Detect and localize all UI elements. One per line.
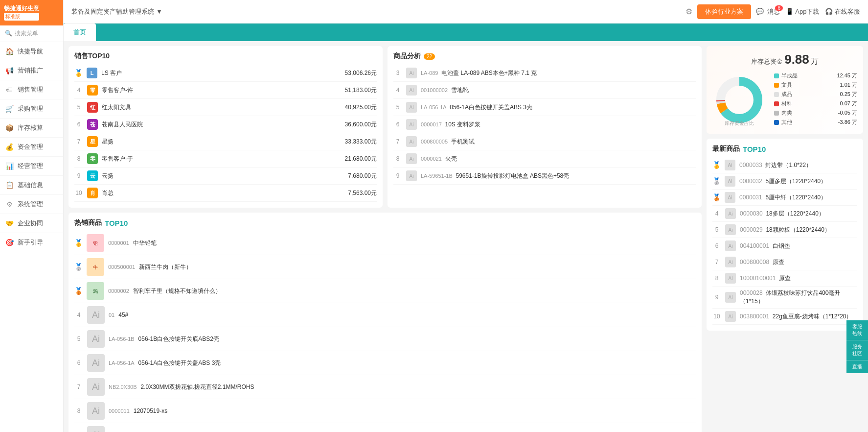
sidebar-item-marketing[interactable]: 📢 营销推广	[0, 61, 63, 80]
product-code: 0000028	[740, 289, 763, 296]
list-item: 🥇 L LS 客户 53,006.26元	[74, 65, 377, 82]
rank-number: 4	[74, 312, 83, 318]
inventory-value: 9.88	[784, 52, 809, 67]
product-name: 封边带（1.0*22）	[765, 162, 812, 168]
legend-item: 文具 1.01 万	[774, 81, 857, 89]
product-thumb: Ai	[87, 330, 105, 348]
product-code: 01	[109, 312, 114, 318]
sidebar-item-quick-nav[interactable]: 🏠 快捷导航	[0, 42, 63, 61]
sidebar-item-label: 营销推广	[18, 66, 43, 75]
live-btn[interactable]: 直播	[846, 360, 868, 373]
legend-value: 0.25 万	[840, 91, 857, 98]
rank-number: 8	[393, 155, 402, 162]
product-thumb: Ai	[725, 192, 735, 203]
list-item: 10 肖 肖总 7,563.00元	[74, 185, 377, 202]
product-code: 003800001	[740, 313, 769, 320]
legend-item: 成品 0.25 万	[774, 91, 857, 98]
product-code: 000800008	[740, 259, 769, 265]
product-code: 0000029	[740, 226, 763, 233]
top-section: 销售TOP10 🥇 L LS 客户 53,006.26元 4 零	[69, 46, 702, 208]
list-item: 6 苍 苍南县人民医院 36,600.00元	[74, 116, 377, 133]
top-customers-header: 销售TOP10	[74, 52, 377, 61]
system-title[interactable]: 装备及固定资产辅助管理系统 ▼	[71, 7, 681, 16]
messages-btn[interactable]: 💬 6 消息	[756, 7, 780, 16]
svg-text:铅: 铅	[92, 240, 98, 246]
sidebar-item-guide[interactable]: 🎯 新手引导	[0, 233, 63, 252]
sidebar-item-cooperation[interactable]: 🤝 企业协同	[0, 214, 63, 233]
list-item: 8 零 零售客户-于 21,680.00元	[74, 150, 377, 168]
legend-name: 材料	[781, 100, 838, 107]
sidebar-item-inventory[interactable]: 📦 库存核算	[0, 119, 63, 138]
customer-service-btn[interactable]: 客服热线	[846, 320, 868, 340]
product-thumb: Ai	[725, 208, 736, 219]
product-info: 0000033 封边带（1.0*22）	[739, 161, 857, 169]
list-item: 4 零 零售客户-许 51,183.00元	[74, 82, 377, 99]
list-item: 4 Ai 01 45#	[74, 303, 696, 327]
logo-text: 畅捷通好生意	[4, 5, 39, 13]
hot-products-list: 🥇 铅 0000001 中华铅笔 🥈 牛 000500001 新西兰牛肉	[74, 231, 696, 432]
product-info: 001000002 雪地靴	[421, 86, 696, 95]
product-code: 0000030	[740, 210, 763, 217]
customer-value: 53,006.26元	[345, 69, 377, 77]
sidebar-search[interactable]: 🔍 搜索菜单	[0, 25, 63, 42]
list-item: 7 Ai 000800005 手机测试	[393, 133, 696, 150]
sidebar-item-finance[interactable]: 💰 资金管理	[0, 138, 63, 157]
rank-number: 5	[74, 336, 83, 342]
list-item: 5 Ai 0000029 18颗粒板（1220*2440）	[712, 222, 857, 238]
list-item: 🥈 牛 000500001 新西兰牛肉（新牛）	[74, 255, 696, 279]
online-service-btn[interactable]: 🎧 在线客服	[825, 7, 860, 16]
sidebar-item-purchase[interactable]: 🛒 采购管理	[0, 99, 63, 119]
product-thumb: Ai	[87, 306, 105, 324]
svg-text:牛: 牛	[93, 264, 98, 270]
purchase-icon: 🛒	[5, 104, 14, 113]
product-name: 电池盖 LA-089 ABS本色+黑种 7.1 克	[441, 70, 537, 76]
content-left: 销售TOP10 🥇 L LS 客户 53,006.26元 4 零	[69, 46, 702, 427]
customer-value: 40,925.00元	[345, 103, 377, 112]
sidebar-item-label: 库存核算	[18, 123, 43, 132]
customer-value: 7,680.00元	[348, 172, 377, 180]
product-code: 0000002	[108, 288, 129, 294]
rank-medal: 🥇	[74, 69, 83, 77]
product-thumb: 铅	[87, 234, 104, 252]
avatar: 星	[87, 136, 98, 147]
sidebar-item-operations[interactable]: 📊 经营管理	[0, 157, 63, 176]
list-item: 7 Ai NB2.0X30B 2.0X30MM双搓花轴.搓花直径2.1MM/RO…	[74, 375, 696, 399]
product-thumb: Ai	[406, 85, 417, 96]
customer-name: 零售客户-许	[102, 86, 341, 95]
top-customers-title: 销售TOP10	[74, 52, 110, 61]
list-item: 6 Ai 004100001 白钢垫	[712, 238, 857, 254]
sidebar-item-label: 销售管理	[18, 85, 43, 94]
float-service: 客服热线 服务社区 直播	[846, 320, 868, 373]
sidebar-item-label: 快捷导航	[18, 47, 43, 56]
new-products-title: 最新商品	[712, 144, 740, 153]
product-info: 0000032 5厘多层（1220*2440）	[739, 177, 857, 186]
service-community-btn[interactable]: 服务社区	[846, 340, 868, 360]
product-name: 056-1A白色按键开关盖ABS 3壳	[450, 104, 532, 111]
chart-label: 库存资金占比	[725, 120, 754, 127]
list-item: 3 Ai LA-089 电池盖 LA-089 ABS本色+黑种 7.1 克	[393, 65, 696, 82]
sidebar-item-sales[interactable]: 🏷 销售管理	[0, 80, 63, 99]
list-item: 7 Ai 000800008 原查	[712, 254, 857, 270]
customer-name: 星扬	[102, 138, 341, 146]
legend-item: 材料 0.07 万	[774, 100, 857, 107]
customer-value: 21,680.00元	[345, 155, 377, 163]
avatar: 零	[87, 153, 98, 164]
top-customers-card: 销售TOP10 🥇 L LS 客户 53,006.26元 4 零	[69, 46, 383, 208]
settings-icon[interactable]: ⚙	[685, 7, 692, 16]
tab-home[interactable]: 首页	[64, 24, 96, 41]
legend-color	[774, 83, 779, 88]
legend-name: 半成品	[781, 72, 834, 79]
hot-products-title: 热销商品	[74, 218, 102, 227]
product-info: 0000028 体锻荔枝味苏打饮品400毫升（1*15）	[740, 289, 857, 306]
sidebar-item-system[interactable]: ⚙ 系统管理	[0, 195, 63, 214]
app-download-btn[interactable]: 📱 App下载	[786, 7, 819, 16]
sidebar-item-basic-info[interactable]: 📋 基础信息	[0, 176, 63, 195]
rank-number: 5	[74, 104, 83, 111]
legend-value: -3.86 万	[838, 119, 857, 126]
trial-btn[interactable]: 体验行业方案	[697, 4, 751, 19]
product-code: 0000001	[108, 240, 129, 246]
product-name: 59651-1B旋转投影灯电池盒 ABS黑色+58壳	[456, 172, 570, 179]
system-icon: ⚙	[5, 200, 14, 209]
rank-number: 9	[74, 172, 83, 179]
new-products-header: 最新商品 TOP10	[712, 144, 857, 153]
